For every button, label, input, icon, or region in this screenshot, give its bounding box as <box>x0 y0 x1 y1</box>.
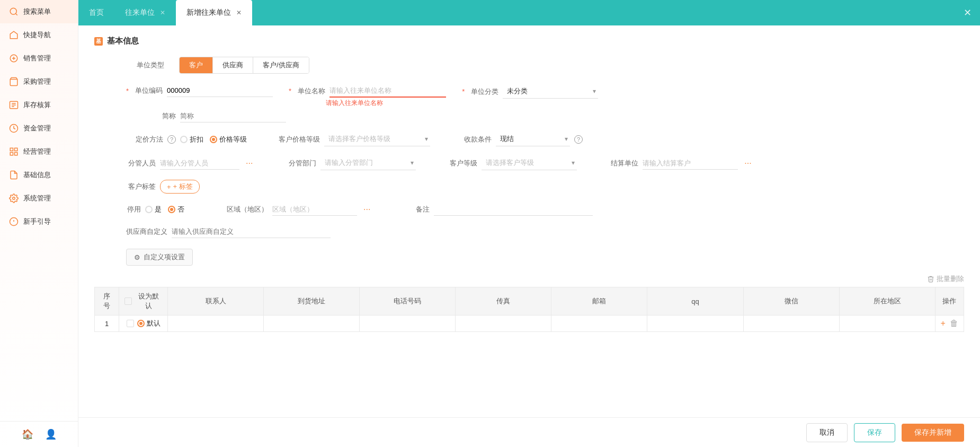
row-checkbox[interactable] <box>127 320 134 327</box>
section-header: 基 基本信息 <box>94 36 964 46</box>
cell-weixin[interactable] <box>743 315 839 332</box>
sidebar-item-system[interactable]: 系统管理 <box>0 187 78 210</box>
sidebar-item-inventory[interactable]: 库存核算 <box>0 93 78 117</box>
sidebar-item-finance[interactable]: 资金管理 <box>0 117 78 140</box>
customer-level-arrow: ▾ <box>572 159 575 166</box>
batch-delete-button[interactable]: 批量删除 <box>927 274 964 284</box>
cell-region[interactable] <box>839 315 935 332</box>
supplier-custom-input[interactable] <box>172 225 331 238</box>
weixin-input[interactable] <box>749 320 834 328</box>
sidebar-bottom: 🏠 👤 <box>0 421 78 447</box>
sidebar-item-guide[interactable]: 新手引导 <box>0 210 78 233</box>
abbr-label: 简称 <box>161 111 176 121</box>
cancel-button[interactable]: 取消 <box>806 423 848 442</box>
inventory-icon <box>8 100 19 110</box>
unit-category-select[interactable]: 未分类 ▾ <box>503 84 598 99</box>
cell-fax[interactable] <box>456 315 551 332</box>
cell-phone[interactable] <box>360 315 456 332</box>
remark-label: 备注 <box>415 205 430 214</box>
cell-contact[interactable] <box>168 315 264 332</box>
sidebar-item-sales[interactable]: 销售管理 <box>0 47 78 70</box>
customer-level-select[interactable]: 请选择客户等级 ▾ <box>482 156 577 170</box>
custom-settings-button[interactable]: ⚙ 自定义项设置 <box>126 249 193 266</box>
sidebar-item-basic-info[interactable]: 基础信息 <box>0 163 78 187</box>
contact-input[interactable] <box>173 320 258 328</box>
row-default-radio[interactable]: 默认 <box>137 319 161 328</box>
unit-code-label: 单位编码 <box>133 86 163 95</box>
tag-add-button[interactable]: + + 标签 <box>160 180 200 194</box>
payment-help-icon[interactable]: ? <box>574 135 583 144</box>
tab-home[interactable]: 首页 <box>78 0 114 25</box>
tab-partner-close[interactable]: ✕ <box>160 9 165 16</box>
row-add-button[interactable]: + <box>941 319 946 328</box>
cell-address[interactable] <box>264 315 360 332</box>
batch-delete-icon <box>927 275 934 283</box>
unit-category-label: 单位分类 <box>469 87 498 97</box>
type-btn-customer[interactable]: 客户 <box>180 57 213 73</box>
settlement-ellipsis[interactable]: ··· <box>742 159 753 168</box>
sidebar-item-operations[interactable]: 经营管理 <box>0 140 78 163</box>
sidebar-home-icon[interactable]: 🏠 <box>17 426 38 443</box>
save-add-button[interactable]: 保存并新增 <box>902 424 964 442</box>
payment-select[interactable]: 现结 ▾ <box>496 132 570 146</box>
fax-input[interactable] <box>461 320 546 328</box>
type-btn-both[interactable]: 客户/供应商 <box>253 57 309 73</box>
tab-bar-close-all[interactable]: ✕ <box>964 7 972 19</box>
customer-level-label: 客户等级 <box>448 159 477 168</box>
region-input[interactable] <box>272 203 357 216</box>
cell-action: + 🗑 <box>935 315 964 332</box>
unit-name-input[interactable] <box>329 84 446 98</box>
customer-price-select[interactable]: 请选择客户价格等级 ▾ <box>324 132 430 146</box>
email-input[interactable] <box>557 320 642 328</box>
unit-category-arrow: ▾ <box>593 87 596 95</box>
region-ellipsis[interactable]: ··· <box>361 205 372 214</box>
region-table-input[interactable] <box>845 320 930 328</box>
unit-type-buttons: 客户 供应商 客户/供应商 <box>179 57 309 74</box>
sidebar-item-purchase-label: 采购管理 <box>23 77 51 86</box>
phone-input[interactable] <box>365 320 450 328</box>
settlement-input[interactable] <box>643 157 738 170</box>
remark-input[interactable] <box>434 203 593 216</box>
disable-radio-yes[interactable]: 是 <box>145 205 162 214</box>
basic-info-icon <box>8 170 19 180</box>
sidebar-item-search[interactable]: 搜索菜单 <box>0 0 78 23</box>
manager-ellipsis[interactable]: ··· <box>244 159 255 168</box>
save-button[interactable]: 保存 <box>854 423 895 442</box>
row-delete-button[interactable]: 🗑 <box>950 319 958 328</box>
table-select-all[interactable] <box>124 297 132 305</box>
abbr-input[interactable] <box>180 110 286 122</box>
cell-email[interactable] <box>551 315 647 332</box>
tab-partner[interactable]: 往来单位 ✕ <box>114 0 176 25</box>
type-btn-supplier[interactable]: 供应商 <box>213 57 253 73</box>
sidebar-item-operations-label: 经营管理 <box>23 147 51 156</box>
main-area: 首页 往来单位 ✕ 新增往来单位 ✕ ✕ 基 基本信息 单位类型 客户 供应商 … <box>78 0 980 447</box>
sidebar-item-purchase[interactable]: 采购管理 <box>0 70 78 93</box>
tag-add-label: + 标签 <box>173 182 193 191</box>
address-input[interactable] <box>269 320 354 328</box>
svg-rect-5 <box>10 148 13 151</box>
sidebar-item-guide-label: 新手引导 <box>23 217 51 226</box>
sidebar-item-inventory-label: 库存核算 <box>23 100 51 110</box>
disable-yes-circle <box>145 206 153 213</box>
qq-input[interactable] <box>653 320 737 328</box>
table-section: 批量删除 序号 设为默认 联系人 到货地址 <box>94 274 964 332</box>
pricing-help-icon[interactable]: ? <box>167 135 176 144</box>
sidebar-item-quick-nav[interactable]: 快捷导航 <box>0 23 78 47</box>
svg-rect-6 <box>15 148 17 151</box>
cell-qq[interactable] <box>647 315 743 332</box>
tab-new-partner-close[interactable]: ✕ <box>236 9 242 16</box>
sidebar-user-icon[interactable]: 👤 <box>40 426 61 443</box>
pricing-radio-discount[interactable]: 折扣 <box>180 135 203 144</box>
table-row: 1 默认 <box>95 315 964 332</box>
unit-code-input[interactable] <box>167 84 273 97</box>
disable-radio-no[interactable]: 否 <box>168 205 184 214</box>
pricing-radio-price-level[interactable]: 价格等级 <box>210 135 247 144</box>
tab-new-partner[interactable]: 新增往来单位 ✕ <box>176 0 252 25</box>
manager-input[interactable] <box>160 157 239 170</box>
contacts-table: 序号 设为默认 联系人 到货地址 电话号码 传真 邮箱 qq <box>94 287 964 332</box>
pricing-label: 定价方法 <box>126 135 163 144</box>
col-email: 邮箱 <box>551 287 647 315</box>
dept-select[interactable]: 请输入分管部门 ▾ <box>320 156 416 170</box>
tab-partner-label: 往来单位 <box>125 8 155 17</box>
unit-name-label: 单位名称 <box>296 86 325 96</box>
